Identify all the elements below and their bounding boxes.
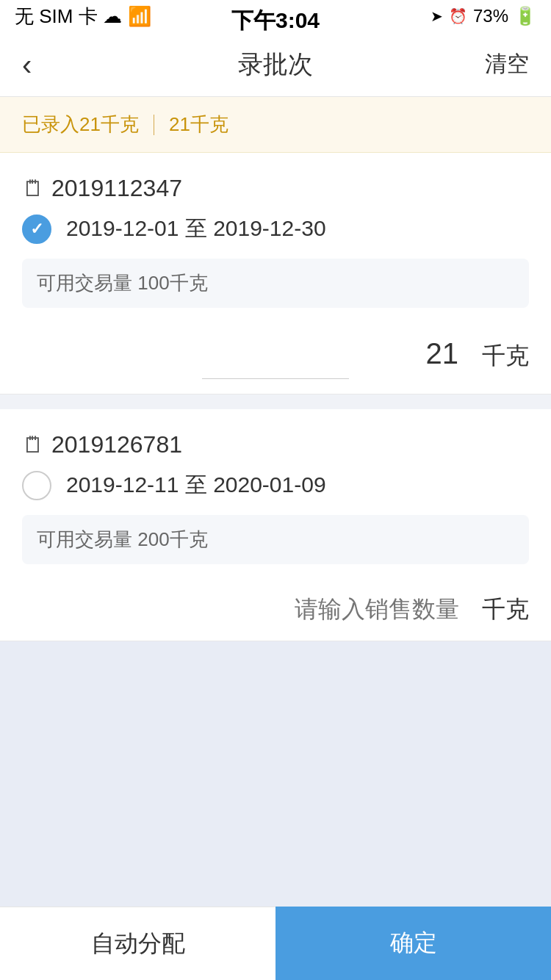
batch2-date-row: 2019-12-11 至 2020-01-09 [22,470,529,500]
batch2-id: 2019126781 [51,431,182,458]
batch1-amount-unit: 千克 [482,340,529,372]
status-right: ➤ ⏰ 73% 🔋 [431,6,536,26]
batch1-header: 🗒 2019112347 [22,175,529,202]
empty-area [0,641,551,935]
batch2-doc-icon: 🗒 [22,433,44,458]
alarm-icon: ⏰ [449,7,467,25]
page-title: 录批次 [238,48,313,82]
recorded-amount-label: 已录入21千克 [22,112,139,137]
batch2-date-range: 2019-12-11 至 2020-01-09 [66,470,326,500]
bottom-bar: 自动分配 确定 [0,907,551,980]
info-banner: 已录入21千克 21千克 [0,97,551,153]
batch2-available: 可用交易量 200千克 [22,515,529,564]
battery-label: 73% [473,6,508,26]
auto-distribute-button[interactable]: 自动分配 [0,907,276,980]
batch1-id: 2019112347 [51,175,182,202]
status-bar: 无 SIM 卡 ☁ 📶 下午3:04 ➤ ⏰ 73% 🔋 [0,0,551,32]
wifi-icon: 📶 [128,5,151,28]
batch2-unit: 千克 [482,594,529,626]
status-time: 下午3:04 [231,6,320,36]
recorded-amount-value: 21千克 [169,112,228,137]
status-left: 无 SIM 卡 ☁ 📶 [15,4,151,29]
confirm-button[interactable]: 确定 [276,907,551,980]
clear-button[interactable]: 清空 [485,49,529,79]
nav-bar: ‹ 录批次 清空 [0,32,551,97]
back-button[interactable]: ‹ [22,50,32,79]
batch2-header: 🗒 2019126781 [22,431,529,458]
batch1-doc-icon: 🗒 [22,176,44,201]
batch2-input-row[interactable]: 千克 [0,579,551,641]
batch1-amount-row: 21 千克 [0,323,551,394]
info-divider [154,115,154,135]
batch1-card: 🗒 2019112347 2019-12-01 至 2019-12-30 可用交… [0,153,551,323]
battery-icon: 🔋 [514,6,536,26]
section-gap [0,394,551,409]
sim-label: 无 SIM 卡 ☁ [15,4,122,29]
batch1-amount-number: 21 [426,337,459,370]
batch1-date-row: 2019-12-01 至 2019-12-30 [22,214,529,244]
location-icon: ➤ [431,7,443,25]
batch2-card: 🗒 2019126781 2019-12-11 至 2020-01-09 可用交… [0,409,551,579]
batch2-quantity-input[interactable] [176,596,470,623]
batch2-radio[interactable] [22,471,51,500]
batch1-date-range: 2019-12-01 至 2019-12-30 [66,214,326,244]
batch1-available: 可用交易量 100千克 [22,259,529,308]
batch1-radio[interactable] [22,215,51,244]
